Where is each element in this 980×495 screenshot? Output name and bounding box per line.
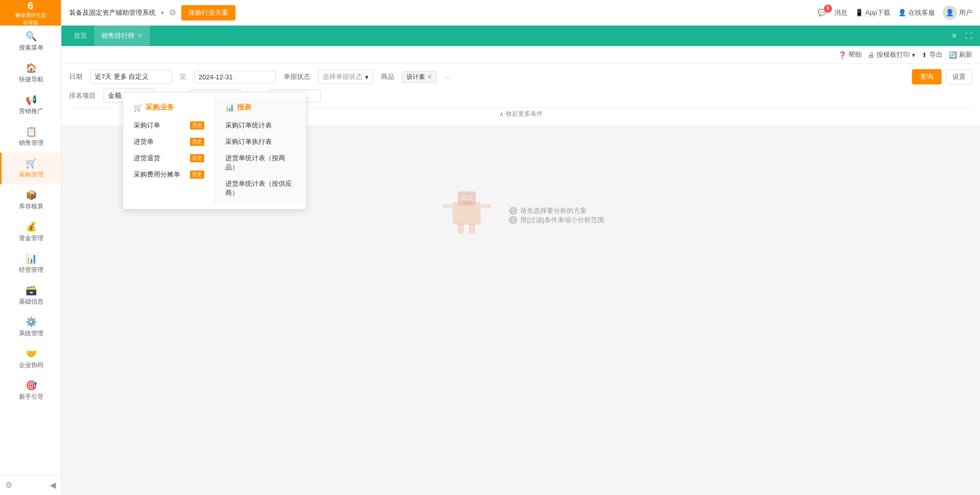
purchase-business-title: 🛒 采购业务 <box>129 100 209 117</box>
dropdown-instock[interactable]: 进货单 历史 <box>129 134 209 150</box>
history-badge-1: 历史 <box>190 138 204 146</box>
content-area: ❓ 帮助 🖨 按模板打印 ▾ ⬆ 导出 🔄 刷新 日期 近7天 更多 <box>61 46 980 495</box>
purchase-business-icon: 🛒 <box>134 103 142 112</box>
dropdown-return[interactable]: 进货退货 历史 <box>129 150 209 166</box>
main-area: 装备及固定资产辅助管理系统 ▾ ⚙ 体验行业方案 💬 9 消息 📱 App下载 … <box>61 0 980 495</box>
dropdown-cost[interactable]: 采购费用分摊单 历史 <box>129 166 209 183</box>
history-badge-3: 历史 <box>190 170 204 179</box>
dropdown-purchase-order[interactable]: 采购订单 历史 <box>129 117 209 134</box>
report-col: 📊 报表 采购订单统计表 采购订单执行表 进货单统计表（按商品） 进货单统计表（… <box>215 98 306 204</box>
dropdown-instock-stats-goods[interactable]: 进货单统计表（按商品） <box>220 150 301 176</box>
dropdown-instock-stats-supplier[interactable]: 进货单统计表（按供应商） <box>220 176 301 201</box>
dropdown-po-stats[interactable]: 采购订单统计表 <box>220 117 301 134</box>
purchase-business-col: 🛒 采购业务 采购订单 历史 进货单 历史 进货退货 历史 采购费用分摊单 <box>123 98 215 204</box>
history-badge-0: 历史 <box>190 121 204 130</box>
report-title: 📊 报表 <box>220 100 301 117</box>
purchase-dropdown-menu: 🛒 采购业务 采购订单 历史 进货单 历史 进货退货 历史 采购费用分摊单 <box>123 92 306 209</box>
history-badge-2: 历史 <box>190 154 204 162</box>
report-icon: 📊 <box>225 103 234 112</box>
dropdown-po-exec[interactable]: 采购订单执行表 <box>220 134 301 150</box>
